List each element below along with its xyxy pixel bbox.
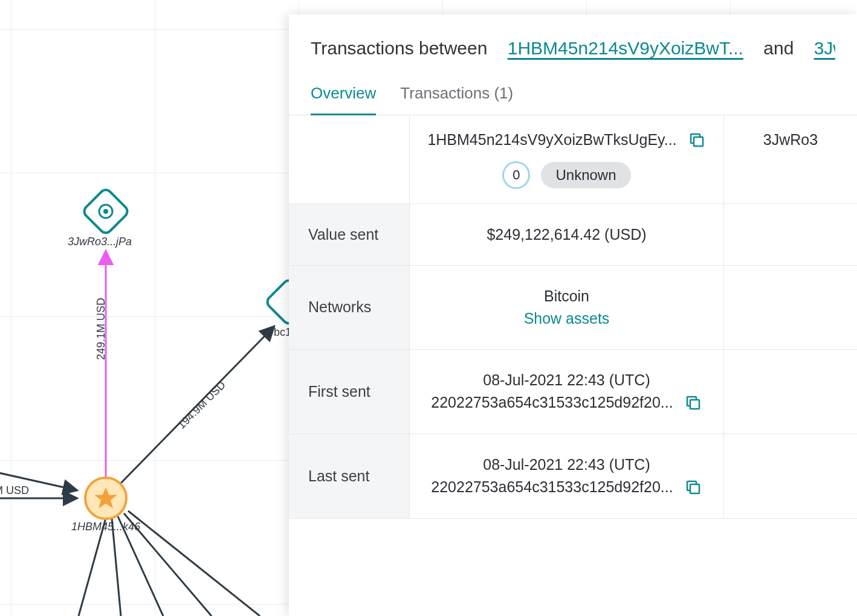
last-sent-cell-b [724, 434, 857, 518]
svg-rect-14 [694, 137, 703, 146]
first-sent-cell-b [724, 350, 857, 434]
first-sent-time: 08-Jul-2021 22:43 (UTC) [483, 371, 650, 389]
first-sent-cell: 08-Jul-2021 22:43 (UTC) 22022753a654c315… [410, 350, 724, 434]
svg-rect-9 [82, 187, 129, 235]
row-value-sent: Value sent $249,122,614.42 (USD) [289, 204, 857, 266]
last-sent-cell: 08-Jul-2021 22:43 (UTC) 22022753a654c315… [410, 434, 724, 518]
show-assets-link[interactable]: Show assets [524, 310, 610, 327]
address-b-text: 3JwRo3 [763, 131, 818, 149]
svg-point-10 [99, 205, 112, 218]
tab-transactions[interactable]: Transactions (1) [400, 84, 513, 116]
last-sent-time: 08-Jul-2021 22:43 (UTC) [483, 456, 650, 473]
graph-node-label-top: 3JwRo3...jPa [68, 236, 132, 248]
graph-edge-label-left: M USD [0, 484, 29, 497]
address-a-entity-chip[interactable]: Unknown [541, 162, 630, 188]
first-sent-hash: 22022753a654c31533c125d92f20... [431, 394, 673, 411]
title-address-a-link[interactable]: 1HBM45n214sV9yXoizBwT... [508, 38, 743, 58]
title-and: and [763, 38, 794, 58]
label-first-sent: First sent [289, 350, 410, 434]
value-sent-cell-b [724, 204, 857, 265]
title-prefix: Transactions between [311, 38, 487, 58]
title-address-b-link[interactable]: 3JwR [814, 38, 835, 58]
panel-title: Transactions between 1HBM45n214sV9yXoizB… [311, 36, 835, 61]
row-first-sent: First sent 08-Jul-2021 22:43 (UTC) 22022… [289, 350, 857, 434]
label-networks: Networks [289, 266, 410, 349]
graph-edge-label-diag: 194.9M USD [175, 379, 228, 432]
row-last-sent: Last sent 08-Jul-2021 22:43 (UTC) 220227… [289, 434, 857, 519]
address-a-cell: 1HBM45n214sV9yXoizBwTksUgEy... 0 Unknown [410, 115, 724, 204]
address-a-count-badge: 0 [502, 161, 530, 189]
svg-point-11 [103, 209, 108, 214]
value-sent-amount: $249,122,614.42 (USD) [487, 226, 646, 243]
label-last-sent: Last sent [289, 434, 410, 518]
blank-label-cell [289, 115, 410, 204]
copy-icon[interactable] [688, 131, 706, 149]
transaction-detail-panel: Transactions between 1HBM45n214sV9yXoizB… [289, 14, 857, 616]
svg-rect-15 [690, 400, 699, 409]
panel-tabs: Overview Transactions (1) [311, 84, 835, 116]
graph-edge-label-magenta: 249.1M USD [95, 298, 108, 360]
address-columns-row: 1HBM45n214sV9yXoizBwTksUgEy... 0 Unknown… [289, 115, 857, 204]
networks-cell-b [724, 266, 857, 349]
graph-node-label-center: 1HBM45...k46 [71, 521, 140, 533]
row-networks: Networks Bitcoin Show assets [289, 266, 857, 350]
copy-icon[interactable] [684, 478, 702, 496]
svg-line-8 [128, 511, 260, 616]
networks-cell: Bitcoin Show assets [410, 266, 724, 349]
address-a-text: 1HBM45n214sV9yXoizBwTksUgEy... [427, 131, 676, 149]
panel-header: Transactions between 1HBM45n214sV9yXoizB… [289, 14, 857, 116]
label-value-sent: Value sent [289, 204, 410, 265]
copy-icon[interactable] [684, 394, 702, 412]
svg-point-13 [85, 478, 126, 519]
tab-overview[interactable]: Overview [311, 84, 376, 116]
value-sent-cell: $249,122,614.42 (USD) [410, 204, 724, 265]
networks-value: Bitcoin [544, 287, 589, 305]
svg-rect-16 [690, 484, 699, 493]
last-sent-hash: 22022753a654c31533c125d92f20... [431, 478, 673, 496]
address-b-cell: 3JwRo3 [724, 115, 857, 204]
